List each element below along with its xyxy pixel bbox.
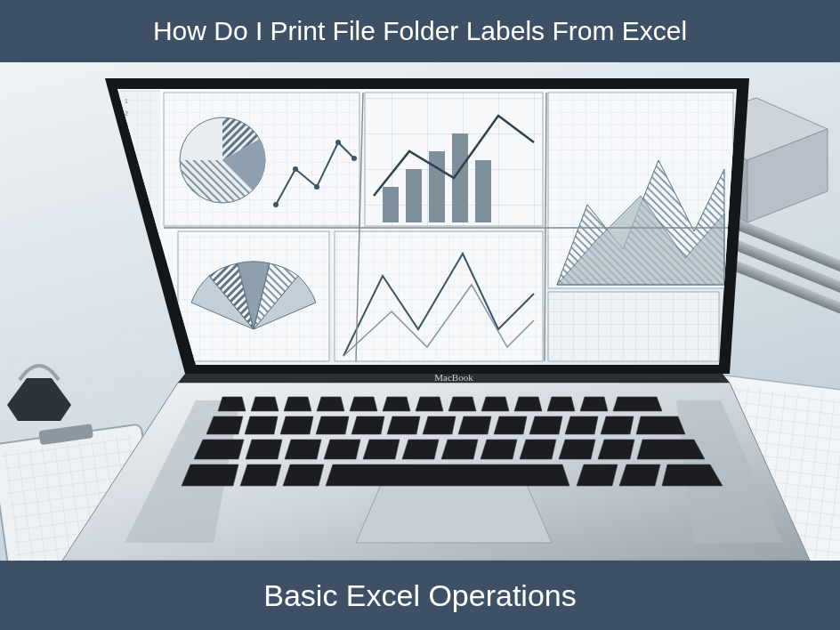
svg-marker-22: [218, 397, 246, 411]
svg-marker-47: [636, 416, 685, 434]
svg-marker-29: [448, 397, 476, 411]
svg-marker-46: [601, 416, 634, 434]
svg-marker-61: [240, 464, 281, 486]
svg-marker-64: [577, 464, 618, 486]
svg-marker-37: [280, 416, 313, 434]
svg-marker-32: [547, 397, 575, 411]
svg-marker-51: [324, 440, 360, 459]
svg-marker-49: [246, 440, 282, 459]
svg-marker-30: [481, 397, 509, 411]
svg-point-87: [314, 184, 319, 190]
svg-marker-48: [194, 440, 244, 459]
svg-marker-45: [565, 416, 598, 434]
laptop-icon: MacBook 123 456: [62, 78, 810, 561]
chart-panel-wire: [335, 231, 543, 361]
svg-point-89: [351, 156, 357, 161]
svg-point-85: [273, 202, 279, 207]
title-bar: How Do I Print File Folder Labels From E…: [0, 0, 840, 62]
chart-panel-pie: [164, 93, 359, 226]
page-title: How Do I Print File Folder Labels From E…: [153, 16, 687, 46]
svg-marker-43: [494, 416, 527, 434]
svg-marker-59: [637, 440, 705, 459]
svg-marker-36: [245, 416, 278, 434]
footer-bar: Basic Excel Operations: [0, 561, 840, 630]
footer-title: Basic Excel Operations: [263, 578, 577, 613]
svg-marker-62: [283, 464, 324, 486]
svg-marker-52: [363, 440, 400, 459]
chart-panel-bars: [365, 93, 543, 226]
svg-rect-94: [429, 151, 445, 222]
laptop-charts-illustration: MacBook 123 456: [0, 62, 840, 561]
svg-marker-34: [613, 397, 662, 411]
svg-marker-26: [350, 397, 377, 411]
svg-marker-28: [416, 397, 443, 411]
svg-marker-24: [284, 397, 311, 411]
svg-marker-41: [423, 416, 456, 434]
svg-marker-56: [520, 440, 556, 459]
svg-marker-58: [598, 440, 634, 459]
svg-marker-60: [182, 464, 238, 486]
svg-rect-96: [475, 160, 491, 222]
svg-marker-19: [356, 481, 552, 543]
svg-marker-31: [514, 397, 542, 411]
svg-marker-38: [316, 416, 349, 434]
svg-marker-54: [441, 440, 478, 459]
svg-marker-55: [481, 440, 517, 459]
svg-point-88: [335, 140, 341, 145]
hero-illustration: MacBook 123 456: [0, 62, 840, 561]
svg-marker-53: [402, 440, 439, 459]
svg-marker-44: [529, 416, 562, 434]
svg-marker-33: [580, 397, 608, 411]
svg-marker-27: [383, 397, 410, 411]
svg-rect-104: [548, 292, 719, 361]
svg-marker-39: [351, 416, 384, 434]
svg-marker-57: [559, 440, 595, 459]
svg-marker-63: [326, 464, 569, 486]
svg-rect-92: [383, 187, 399, 222]
svg-marker-25: [317, 397, 344, 411]
svg-point-86: [293, 166, 298, 172]
chart-panel-fan: [178, 231, 329, 361]
svg-marker-50: [285, 440, 321, 459]
chart-panel-area: [548, 93, 733, 288]
svg-marker-40: [387, 416, 420, 434]
svg-marker-65: [619, 464, 660, 486]
svg-marker-23: [251, 397, 279, 411]
svg-rect-93: [406, 169, 422, 222]
svg-marker-42: [458, 416, 491, 434]
